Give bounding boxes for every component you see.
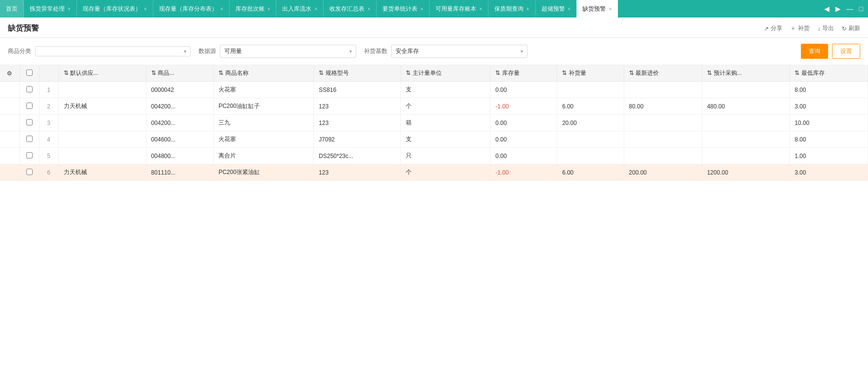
row-check-cell-5[interactable] — [19, 164, 39, 181]
row-num-2: 3 — [39, 115, 58, 131]
column-settings[interactable]: ⚙ — [0, 65, 19, 82]
column-latest-price[interactable]: ⇅ 最新进价 — [624, 65, 702, 82]
tab-expiry[interactable]: 保质期查询× — [488, 0, 536, 18]
datasource-select[interactable]: 可用量 ▾ — [220, 45, 356, 58]
row-check-cell-0[interactable] — [19, 82, 39, 98]
row-replenish-2: 20.00 — [557, 115, 624, 131]
datasource-select-text: 可用量 — [224, 47, 345, 55]
row-spec-0: SS816 — [314, 82, 401, 98]
tab-stock-dist[interactable]: 现存量（库存分布表）× — [153, 0, 230, 18]
tab-batch-account[interactable]: 库存批次账× — [230, 0, 277, 18]
row-spec-4: DS250*23c... — [314, 148, 401, 164]
tab-close-available[interactable]: × — [479, 6, 482, 12]
page-content: 缺货预警 ↗ 分享 ＋ 补货 ↓ 导出 ↻ 刷新 商品分类 — [0, 18, 868, 387]
row-replenish-3 — [557, 131, 624, 148]
tab-close-overstock[interactable]: × — [568, 6, 571, 12]
tab-available[interactable]: 可用量库存账本× — [430, 0, 488, 18]
row-estimated-1: 480.00 — [702, 98, 790, 115]
row-checkbox-3[interactable] — [26, 136, 33, 142]
column-checkbox[interactable] — [19, 65, 39, 82]
tab-close-shortage[interactable]: × — [609, 6, 612, 12]
export-button[interactable]: ↓ 导出 — [817, 24, 834, 33]
row-checkbox-2[interactable] — [26, 119, 33, 125]
tab-close-receipt[interactable]: × — [367, 6, 370, 12]
row-supplier-0 — [58, 82, 146, 98]
row-latest-price-5: 200.00 — [624, 164, 702, 181]
row-checkbox-5[interactable] — [26, 169, 33, 175]
row-settings-2 — [0, 115, 19, 131]
tab-prev-button[interactable]: ◀ — [821, 3, 832, 15]
tab-label-demand: 要货单统计表 — [382, 5, 417, 13]
row-unit-0: 支 — [401, 82, 490, 98]
filter-actions: 查询 设置 — [801, 44, 860, 59]
column-min-stock[interactable]: ⇅ 最低库存 — [790, 65, 868, 82]
query-button[interactable]: 查询 — [801, 44, 828, 59]
tab-shortage[interactable]: 缺货预警× — [577, 0, 618, 18]
tab-home[interactable]: 首页 — [0, 0, 24, 18]
row-goods-code-5: 801110... — [146, 164, 214, 181]
column-estimated[interactable]: ⇅ 预计采购... — [702, 65, 790, 82]
settings-icon: ⚙ — [7, 70, 12, 77]
category-select[interactable]: ▾ — [35, 46, 191, 56]
row-settings-0 — [0, 82, 19, 98]
row-goods-code-0: 0000042 — [146, 82, 214, 98]
row-latest-price-2 — [624, 115, 702, 131]
replenish-button[interactable]: ＋ 补货 — [790, 24, 810, 33]
row-goods-name-5: PC200张紧油缸 — [214, 164, 314, 181]
column-supplier[interactable]: ⇅ 默认供应... — [58, 65, 146, 82]
datasource-label: 数据源 — [199, 47, 216, 55]
column-replenish[interactable]: ⇅ 补货量 — [557, 65, 624, 82]
tab-close-demand[interactable]: × — [420, 6, 423, 12]
table-row: 4 004600... 火花塞 J7092 支 0.00 8.00 — [0, 131, 868, 148]
tab-maximize-button[interactable]: □ — [856, 3, 866, 15]
tab-close-stock-status[interactable]: × — [144, 6, 147, 12]
column-spec[interactable]: ⇅ 规格型号 — [314, 65, 401, 82]
row-goods-name-2: 三九 — [214, 115, 314, 131]
row-estimated-5: 1200.00 — [702, 164, 790, 181]
column-stock[interactable]: ⇅ 库存量 — [490, 65, 557, 82]
share-button[interactable]: ↗ 分享 — [764, 24, 782, 33]
row-replenish-5: 6.00 — [557, 164, 624, 181]
replenish-chevron-icon: ▾ — [521, 49, 523, 54]
tab-overstock[interactable]: 超储预警× — [536, 0, 577, 18]
tab-close-batch-account[interactable]: × — [268, 6, 271, 12]
row-goods-code-3: 004600... — [146, 131, 214, 148]
column-goods-name[interactable]: ⇅ 商品名称 — [214, 65, 314, 82]
select-all-checkbox[interactable] — [26, 70, 33, 76]
row-latest-price-4 — [624, 148, 702, 164]
tab-label-stock-status: 现存量（库存状况表） — [83, 5, 141, 13]
tab-next-button[interactable]: ▶ — [832, 3, 844, 15]
row-check-cell-1[interactable] — [19, 98, 39, 115]
row-check-cell-2[interactable] — [19, 115, 39, 131]
replenish-select[interactable]: 安全库存 ▾ — [391, 45, 527, 58]
tab-demand[interactable]: 要货单统计表× — [377, 0, 430, 18]
tab-close-abnormal[interactable]: × — [68, 6, 71, 12]
row-min-stock-5: 3.00 — [790, 164, 868, 181]
row-checkbox-4[interactable] — [26, 152, 33, 158]
row-check-cell-4[interactable] — [19, 148, 39, 164]
tab-close-flow[interactable]: × — [314, 6, 317, 12]
row-estimated-4 — [702, 148, 790, 164]
row-check-cell-3[interactable] — [19, 131, 39, 148]
tab-receipt[interactable]: 收发存汇总表× — [324, 0, 377, 18]
tab-flow[interactable]: 出入库流水× — [276, 0, 324, 18]
share-icon: ↗ — [764, 25, 769, 32]
refresh-button[interactable]: ↻ 刷新 — [842, 24, 860, 33]
row-checkbox-0[interactable] — [26, 86, 33, 92]
tab-abnormal[interactable]: 拣货异常处理× — [24, 0, 77, 18]
replenish-filter-group: 补货基数 安全库存 ▾ — [364, 45, 527, 58]
tab-stock-status[interactable]: 现存量（库存状况表）× — [77, 0, 153, 18]
table-header-row: ⚙ ⇅ 默认供应... ⇅ 商品... ⇅ 商品名称 — [0, 65, 868, 82]
row-spec-5: 123 — [314, 164, 401, 181]
row-settings-5 — [0, 164, 19, 181]
page-header: 缺货预警 ↗ 分享 ＋ 补货 ↓ 导出 ↻ 刷新 — [0, 18, 868, 38]
row-checkbox-1[interactable] — [26, 103, 33, 109]
column-unit[interactable]: ⇅ 主计量单位 — [401, 65, 490, 82]
column-goods-code[interactable]: ⇅ 商品... — [146, 65, 214, 82]
table-row: 6 力天机械 801110... PC200张紧油缸 123 个 -1.00 6… — [0, 164, 868, 181]
tab-minimize-button[interactable]: — — [844, 3, 856, 15]
row-num-3: 4 — [39, 131, 58, 148]
tab-close-expiry[interactable]: × — [526, 6, 529, 12]
tab-close-stock-dist[interactable]: × — [220, 6, 223, 12]
settings-button[interactable]: 设置 — [832, 44, 860, 59]
